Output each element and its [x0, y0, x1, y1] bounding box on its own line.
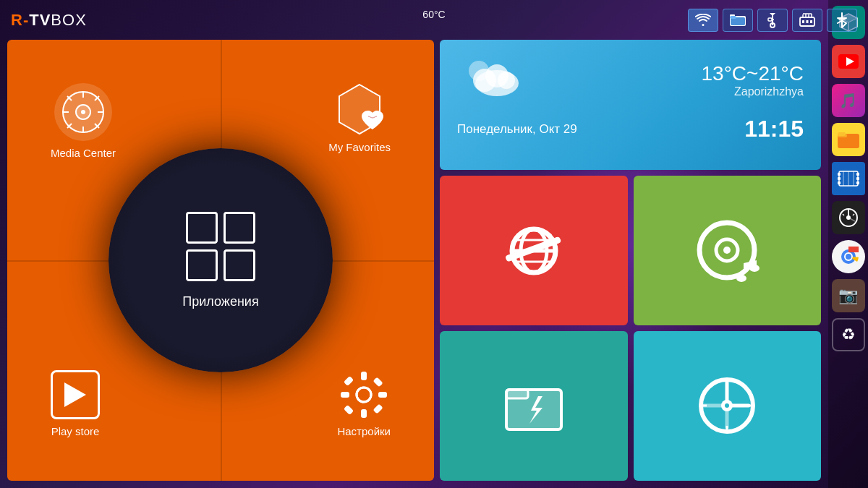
sidebar-media-app[interactable]: 🎵	[832, 84, 865, 117]
weather-top: 13°С~21°С Zaporizhzhya	[457, 53, 804, 107]
weather-city: Zaporizhzhya	[702, 85, 804, 98]
svg-rect-13	[856, 177, 859, 180]
sidebar-camera[interactable]: 📷	[832, 279, 865, 312]
svg-rect-45	[810, 20, 812, 23]
logo: R-TVBOX	[11, 11, 87, 30]
sidebar-chrome[interactable]	[832, 240, 865, 273]
my-favorites-icon	[333, 83, 386, 135]
wifi-status-icon[interactable]	[688, 9, 718, 32]
settings-button[interactable]: Настройки	[337, 370, 391, 437]
sidebar-speedtest[interactable]	[832, 201, 865, 234]
header: R-TVBOX 60°C	[0, 0, 868, 40]
svg-rect-60	[361, 372, 367, 380]
play-store-icon	[51, 370, 100, 419]
svg-rect-10	[838, 177, 841, 180]
header-status-icons	[688, 9, 857, 32]
svg-rect-34	[768, 18, 772, 21]
svg-point-48	[81, 110, 85, 114]
sidebar-youtube[interactable]	[832, 45, 865, 78]
grid-sq-1	[186, 212, 218, 244]
weather-info: 13°С~21°С Zaporizhzhya	[702, 62, 804, 98]
weather-bottom: Понедельник, Окт 29 11:15	[457, 116, 804, 142]
play-store-button[interactable]: Play store	[51, 370, 100, 437]
svg-rect-15	[843, 171, 844, 186]
svg-point-84	[749, 265, 760, 272]
svg-rect-14	[856, 181, 859, 184]
grid-sq-2	[224, 212, 255, 244]
weather-cloud-icon	[457, 53, 522, 107]
apps-grid-icon	[186, 212, 255, 281]
svg-rect-61	[361, 409, 367, 418]
svg-rect-86	[506, 390, 528, 398]
svg-rect-31	[730, 16, 736, 19]
svg-line-23	[853, 214, 854, 215]
apps-label: Приложения	[182, 294, 258, 309]
main-menu-panel: Media Center My Favorites	[7, 40, 434, 481]
weather-card: 13°С~21°С Zaporizhzhya Понедельник, Окт …	[440, 40, 821, 170]
weather-date: Понедельник, Окт 29	[457, 122, 577, 137]
cd-music-tile[interactable]	[634, 176, 822, 325]
main-content: Media Center My Favorites	[7, 40, 821, 481]
bluetooth-status-icon[interactable]	[827, 9, 857, 32]
svg-point-73	[498, 72, 515, 89]
media-center-label: Media Center	[51, 147, 116, 159]
right-sidebar: 🎵	[828, 0, 868, 488]
svg-rect-67	[373, 404, 383, 414]
svg-point-90	[725, 403, 729, 408]
compass-browser-tile[interactable]	[634, 331, 822, 481]
my-favorites-button[interactable]: My Favorites	[328, 83, 391, 153]
svg-rect-11	[838, 181, 841, 184]
svg-point-68	[357, 388, 371, 402]
right-content-panel: 13°С~21°С Zaporizhzhya Понедельник, Окт …	[440, 40, 821, 481]
my-favorites-label: My Favorites	[328, 141, 391, 153]
svg-rect-9	[838, 173, 841, 176]
play-store-label: Play store	[51, 425, 100, 437]
temperature-display: 60°C	[422, 9, 445, 20]
media-center-icon	[54, 83, 112, 141]
ethernet-status-icon[interactable]	[792, 9, 822, 32]
svg-rect-44	[807, 20, 809, 23]
svg-rect-62	[341, 392, 349, 398]
folder-status-icon[interactable]	[723, 9, 753, 32]
weather-temperature: 13°С~21°С	[702, 62, 804, 85]
app-tiles-grid	[440, 176, 821, 481]
svg-rect-17	[853, 171, 854, 186]
svg-point-83	[736, 275, 746, 282]
usb-status-icon[interactable]	[757, 9, 788, 32]
svg-rect-16	[848, 171, 849, 186]
svg-point-26	[846, 254, 851, 260]
svg-rect-65	[373, 377, 383, 387]
sidebar-video-app[interactable]	[832, 162, 865, 195]
weather-time: 11:15	[744, 116, 804, 142]
svg-rect-66	[344, 405, 354, 415]
svg-point-82	[723, 247, 731, 254]
settings-icon	[339, 370, 388, 419]
grid-sq-3	[186, 249, 218, 281]
apps-center-button[interactable]: Приложения	[109, 148, 333, 372]
svg-rect-63	[378, 392, 387, 398]
grid-sq-4	[224, 249, 255, 281]
svg-rect-7	[838, 132, 846, 136]
svg-rect-64	[344, 376, 354, 386]
svg-rect-12	[856, 173, 859, 176]
file-manager-tile[interactable]	[440, 331, 628, 481]
settings-label: Настройки	[337, 425, 391, 437]
svg-marker-33	[770, 13, 775, 16]
sidebar-recycle[interactable]: ♻	[832, 318, 865, 351]
svg-rect-43	[802, 20, 804, 23]
media-center-button[interactable]: Media Center	[51, 83, 116, 159]
internet-explorer-tile[interactable]	[440, 176, 628, 325]
svg-line-22	[843, 214, 844, 215]
sidebar-files-app[interactable]	[832, 123, 865, 156]
svg-marker-58	[64, 382, 86, 407]
